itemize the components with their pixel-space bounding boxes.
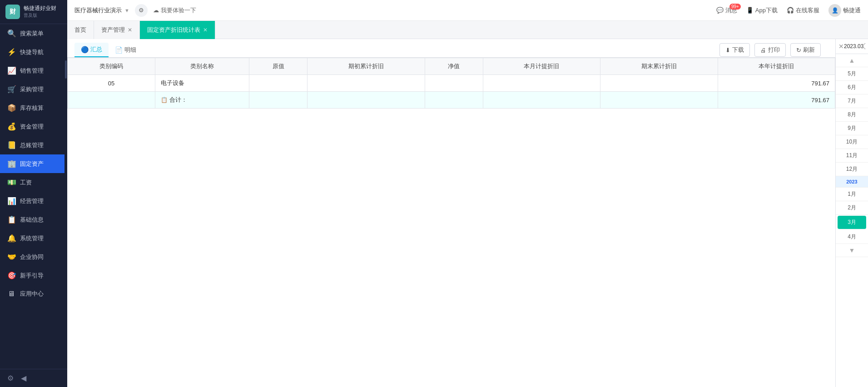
tab-asset-close-icon[interactable]: ✕ — [128, 27, 132, 33]
sidebar-item-payroll[interactable]: 💵 工资 — [0, 173, 64, 192]
date-panel-scroll-up[interactable]: ▲ — [836, 54, 868, 67]
tab-asset-mgmt[interactable]: 资产管理 ✕ — [94, 21, 140, 39]
sidebar-item-purchase[interactable]: 🛒 采购管理 — [0, 80, 64, 99]
sidebar-item-inventory[interactable]: 📦 库存核算 — [0, 99, 64, 117]
search-icon: 🔍 — [7, 29, 15, 38]
header-right: 💬 消息 99+ 📱 App下载 🎧 在线客服 👤 畅捷通 — [716, 4, 861, 17]
date-month-9[interactable]: 9月 — [836, 122, 868, 135]
col-header-name: 类别名称 — [155, 58, 249, 75]
date-month-4[interactable]: 4月 — [836, 230, 868, 244]
print-button[interactable]: 🖨 打印 — [754, 43, 786, 57]
date-panel-expand-button[interactable]: ⛶ — [863, 43, 868, 50]
table-container: 类别编码 类别名称 原值 期初累计折旧 净值 本月计提折旧 期末累计折旧 本年计… — [67, 58, 835, 387]
date-month-7[interactable]: 7月 — [836, 94, 868, 108]
sidebar-item-operations[interactable]: 📊 经营管理 — [0, 192, 64, 210]
tab-bar: 首页 资产管理 ✕ 固定资产折旧统计表 ✕ — [67, 21, 868, 39]
sidebar-item-appcenter[interactable]: 🖥 应用中心 — [0, 285, 64, 303]
guide-icon: 🎯 — [7, 271, 15, 280]
cell-monthly-dep — [483, 75, 600, 92]
total-row: 📋 合计： 791.67 — [68, 92, 835, 109]
app-download-button[interactable]: 📱 App下载 — [746, 6, 778, 15]
date-month-5[interactable]: 5月 — [836, 67, 868, 81]
sidebar-label-purchase: 采购管理 — [20, 85, 44, 94]
depreciation-table: 类别编码 类别名称 原值 期初累计折旧 净值 本月计提折旧 期末累计折旧 本年计… — [67, 58, 835, 109]
company-selector[interactable]: 医疗器械行业演示 ▼ — [74, 6, 129, 15]
cell-original — [249, 75, 308, 92]
download-button[interactable]: ⬇ 下载 — [719, 43, 750, 57]
sidebar-label-finance: 资金管理 — [20, 123, 44, 131]
ledger-icon: 📒 — [7, 141, 15, 149]
sidebar-label-collab: 企业协同 — [20, 253, 44, 261]
refresh-icon: ↻ — [796, 47, 801, 54]
customer-service-button[interactable]: 🎧 在线客服 — [787, 6, 819, 15]
detail-icon: 📄 — [115, 46, 123, 54]
sidebar-nav: 🔍 搜索菜单 ⚡ 快捷导航 📈 销售管理 🛒 采购管理 📦 库存核算 💰 — [0, 24, 64, 369]
purchase-icon: 🛒 — [7, 85, 15, 94]
sidebar-logo: 财 畅捷通好业财 普及版 — [0, 0, 67, 24]
main-content: 医疗器械行业演示 ▼ ⚙ ☁ 我要体验一下 💬 消息 99+ 📱 App下载 🎧… — [67, 0, 868, 387]
logo-sub: 普及版 — [24, 12, 56, 19]
sidebar-item-fixed[interactable]: 🏢 固定资产 — [0, 154, 64, 173]
col-header-initial-accum: 期初累计折旧 — [308, 58, 425, 75]
operations-icon: 📊 — [7, 197, 15, 205]
sidebar-item-finance[interactable]: 💰 资金管理 — [0, 117, 64, 136]
sidebar-item-guide[interactable]: 🎯 新手引导 — [0, 266, 64, 285]
date-month-1[interactable]: 1月 — [836, 188, 868, 201]
date-month-2[interactable]: 2月 — [836, 201, 868, 215]
refresh-button[interactable]: ↻ 刷新 — [790, 43, 821, 57]
sidebar-scrollbar-thumb — [65, 60, 67, 79]
sub-tab-summary[interactable]: 🔵 汇总 — [74, 43, 109, 57]
cloud-icon: ☁ — [153, 7, 159, 14]
collapse-icon[interactable]: ◀ — [21, 374, 26, 382]
headset-icon: 🎧 — [787, 7, 794, 14]
sidebar-item-sales[interactable]: 📈 销售管理 — [0, 61, 64, 80]
sidebar-label-sales: 销售管理 — [20, 67, 44, 75]
date-month-11[interactable]: 11月 — [836, 149, 868, 163]
print-icon: 🖨 — [760, 47, 766, 54]
date-panel-scroll-down[interactable]: ▼ — [836, 244, 868, 257]
sidebar-item-system[interactable]: 🔔 系统管理 — [0, 229, 64, 248]
cell-net — [425, 75, 483, 92]
inventory-icon: 📦 — [7, 104, 15, 112]
user-profile[interactable]: 👤 畅捷通 — [828, 4, 861, 17]
cell-name: 电子设备 — [155, 75, 249, 92]
date-panel-list: ▲ 5月 6月 7月 8月 9月 10月 11月 12月 2023 1月 2月 … — [836, 54, 868, 387]
message-button[interactable]: 💬 消息 99+ — [716, 6, 737, 15]
tab-fixed-depreciation[interactable]: 固定资产折旧统计表 ✕ — [140, 21, 215, 39]
gear-button[interactable]: ⚙ — [135, 4, 148, 17]
cell-initial-accum — [308, 75, 425, 92]
gear-icon: ⚙ — [139, 7, 144, 14]
col-header-ending-accum: 期末累计折旧 — [600, 58, 718, 75]
date-month-8[interactable]: 8月 — [836, 108, 868, 122]
sidebar-label-payroll: 工资 — [20, 179, 32, 187]
download-label: 下载 — [732, 46, 744, 54]
system-icon: 🔔 — [7, 234, 15, 243]
user-name: 畅捷通 — [843, 6, 861, 15]
tab-fixed-close-icon[interactable]: ✕ — [203, 27, 208, 33]
date-month-12[interactable]: 12月 — [836, 163, 868, 176]
toolbar: ⬇ 下载 🖨 打印 ↻ 刷新 — [719, 43, 828, 57]
sub-tab-detail[interactable]: 📄 明细 — [109, 43, 143, 57]
total-label-cell: 📋 合计： — [155, 92, 249, 109]
date-month-3-active[interactable]: 3月 — [838, 216, 866, 229]
total-net — [425, 92, 483, 109]
settings-icon[interactable]: ⚙ — [7, 374, 14, 382]
sidebar-item-collab[interactable]: 🤝 企业协同 — [0, 248, 64, 266]
sales-icon: 📈 — [7, 66, 15, 75]
date-year-2023[interactable]: 2023 — [836, 176, 868, 188]
refresh-label: 刷新 — [803, 46, 815, 54]
date-month-6[interactable]: 6月 — [836, 81, 868, 94]
tab-home[interactable]: 首页 — [67, 21, 94, 39]
sidebar-item-ledger[interactable]: 📒 总账管理 — [0, 136, 64, 154]
app-download-label: App下载 — [755, 6, 778, 15]
total-empty-code — [68, 92, 155, 109]
experience-button[interactable]: ☁ 我要体验一下 — [153, 6, 196, 15]
sidebar-item-quicknav[interactable]: ⚡ 快捷导航 — [0, 43, 64, 61]
date-panel-close-button[interactable]: ✕ — [838, 43, 844, 50]
date-month-10[interactable]: 10月 — [836, 135, 868, 149]
total-initial-accum — [308, 92, 425, 109]
sidebar-item-search[interactable]: 🔍 搜索菜单 — [0, 24, 64, 43]
sidebar-item-basic[interactable]: 📋 基础信息 — [0, 210, 64, 229]
download-icon: ⬇ — [725, 47, 730, 54]
logo-text: 畅捷通好业财 — [24, 5, 56, 12]
